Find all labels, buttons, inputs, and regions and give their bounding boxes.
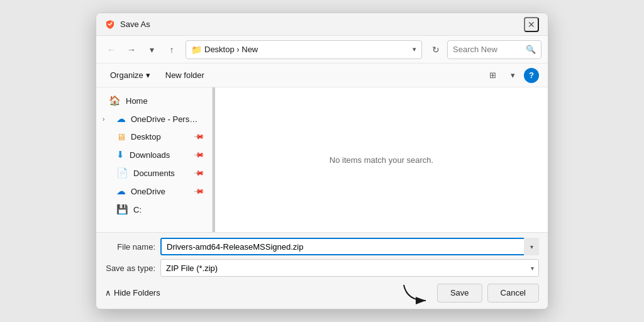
organize-dropdown-icon: ▾ xyxy=(146,70,150,80)
breadcrumb-bar[interactable]: 📁 Desktop › New ▾ xyxy=(186,40,422,59)
sidebar-item-documents-label: Documents xyxy=(133,169,175,178)
sidebar-item-documents[interactable]: 📄 Documents 📌 xyxy=(99,164,209,182)
toolbar-right: ⊞ ▾ ? xyxy=(484,67,539,84)
drive-icon: 💾 xyxy=(116,204,128,215)
save-type-row: Save as type: ZIP File (*.zip) ▾ xyxy=(105,259,539,277)
sidebar-item-desktop-label: Desktop xyxy=(131,132,161,142)
empty-message: No items match your search. xyxy=(330,155,433,165)
sidebar-item-downloads[interactable]: ⬇ Downloads 📌 xyxy=(99,146,209,164)
bottom-bar: File name: ▾ Save as type: ZIP File (*.z… xyxy=(96,232,548,309)
dialog-title: Save As xyxy=(120,19,150,29)
help-button[interactable]: ? xyxy=(524,68,539,83)
sidebar-item-downloads-label: Downloads xyxy=(130,150,170,160)
hide-folders-icon: ∧ xyxy=(105,288,111,297)
up-button[interactable]: ↑ xyxy=(163,41,180,58)
nav-bar: ← → ▾ ↑ 📁 Desktop › New ▾ ↻ 🔍 xyxy=(96,36,548,64)
breadcrumb-folder-icon: 📁 xyxy=(191,45,202,55)
file-name-input-wrapper: ▾ xyxy=(160,238,539,255)
expand-icon: › xyxy=(103,116,111,123)
search-input[interactable] xyxy=(453,45,522,54)
pin-icon-downloads: 📌 xyxy=(192,148,204,160)
view-dropdown-button[interactable]: ▾ xyxy=(504,67,521,84)
file-area: No items match your search. xyxy=(215,87,548,232)
forward-button[interactable]: → xyxy=(123,41,140,58)
view-button[interactable]: ⊞ xyxy=(484,67,501,84)
sidebar: 🏠 Home › ☁ OneDrive - Pers… 🖥 Desktop 📌 … xyxy=(96,87,213,232)
pin-icon-onedrive2: 📌 xyxy=(192,185,204,197)
desktop-icon: 🖥 xyxy=(116,131,126,142)
sidebar-item-drive-label: C: xyxy=(133,205,142,214)
pin-icon-desktop: 📌 xyxy=(192,131,204,143)
hide-folders-button[interactable]: ∧ Hide Folders xyxy=(105,288,160,297)
sidebar-item-onedrive2-label: OneDrive xyxy=(131,187,165,196)
brave-shield-icon xyxy=(105,19,115,30)
refresh-button[interactable]: ↻ xyxy=(427,41,445,58)
new-folder-button[interactable]: New folder xyxy=(160,68,209,82)
main-content: 🏠 Home › ☁ OneDrive - Pers… 🖥 Desktop 📌 … xyxy=(96,87,548,232)
arrow-indicator xyxy=(401,282,432,304)
file-name-input[interactable] xyxy=(160,238,539,255)
save-button[interactable]: Save xyxy=(437,284,482,303)
save-type-select-wrapper: ZIP File (*.zip) ▾ xyxy=(160,259,539,277)
new-folder-label: New folder xyxy=(165,70,204,80)
file-name-label: File name: xyxy=(105,242,155,252)
organize-button[interactable]: Organize ▾ xyxy=(105,68,155,82)
save-as-dialog: Save As ✕ ← → ▾ ↑ 📁 Desktop › New ▾ ↻ 🔍 … xyxy=(96,13,548,309)
breadcrumb-dropdown-icon: ▾ xyxy=(413,45,416,53)
title-bar: Save As ✕ xyxy=(96,13,548,36)
organize-label: Organize xyxy=(110,70,143,80)
sidebar-item-home[interactable]: 🏠 Home xyxy=(99,92,209,109)
onedrive2-icon: ☁ xyxy=(116,186,126,197)
search-icon: 🔍 xyxy=(526,45,536,54)
search-box: 🔍 xyxy=(447,40,541,59)
sidebar-item-home-label: Home xyxy=(126,96,148,106)
action-row: ∧ Hide Folders Save Cancel xyxy=(105,282,539,304)
sidebar-item-drive[interactable]: 💾 C: xyxy=(99,201,209,218)
onedrive-icon: ☁ xyxy=(116,113,126,125)
documents-icon: 📄 xyxy=(116,167,128,179)
pin-icon-documents: 📌 xyxy=(192,167,204,179)
nav-dropdown-button[interactable]: ▾ xyxy=(143,41,160,58)
file-name-row: File name: ▾ xyxy=(105,238,539,255)
cancel-button[interactable]: Cancel xyxy=(487,284,539,303)
close-button[interactable]: ✕ xyxy=(524,17,539,32)
file-name-dropdown-button[interactable]: ▾ xyxy=(524,238,539,255)
save-type-label: Save as type: xyxy=(105,264,155,273)
hide-folders-label: Hide Folders xyxy=(114,288,160,297)
downloads-icon: ⬇ xyxy=(116,149,125,160)
back-button[interactable]: ← xyxy=(103,41,120,58)
action-buttons: Save Cancel xyxy=(401,282,539,304)
toolbar: Organize ▾ New folder ⊞ ▾ ? xyxy=(96,64,548,87)
sidebar-item-desktop[interactable]: 🖥 Desktop 📌 xyxy=(99,128,209,145)
home-icon: 🏠 xyxy=(109,95,121,106)
sidebar-item-onedrive[interactable]: › ☁ OneDrive - Pers… xyxy=(99,110,209,128)
save-type-select[interactable]: ZIP File (*.zip) xyxy=(160,259,539,277)
breadcrumb-text: Desktop › New xyxy=(204,45,410,54)
sidebar-item-onedrive-label: OneDrive - Pers… xyxy=(131,114,197,124)
sidebar-item-onedrive2[interactable]: ☁ OneDrive 📌 xyxy=(99,182,209,200)
title-bar-left: Save As xyxy=(105,19,150,30)
